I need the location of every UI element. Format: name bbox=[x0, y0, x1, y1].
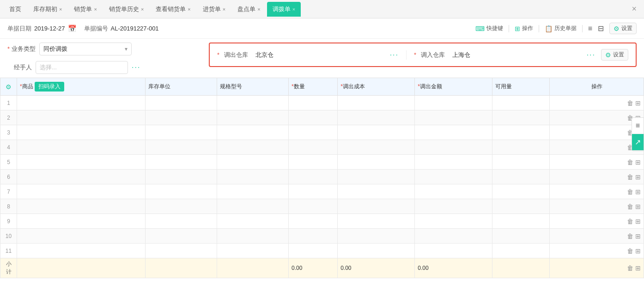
cost-cell[interactable] bbox=[338, 199, 415, 214]
operations-button[interactable]: ⊞ 操作 bbox=[515, 24, 533, 32]
available-cell[interactable] bbox=[492, 214, 550, 229]
available-cell[interactable] bbox=[492, 244, 550, 258]
product-cell[interactable] bbox=[17, 184, 146, 199]
cost-cell[interactable] bbox=[338, 140, 415, 155]
copy-row-icon[interactable]: ⊞ bbox=[635, 218, 641, 225]
unit-cell[interactable] bbox=[145, 199, 217, 214]
available-cell[interactable] bbox=[492, 110, 550, 125]
qty-cell[interactable] bbox=[289, 96, 338, 110]
tab-inventory-init[interactable]: 库存期初 × bbox=[28, 2, 67, 17]
amount-cell[interactable] bbox=[415, 214, 492, 229]
float-list-button[interactable]: ≡ bbox=[632, 118, 644, 134]
qty-cell[interactable] bbox=[289, 244, 338, 258]
cost-cell[interactable] bbox=[338, 155, 415, 170]
spec-cell[interactable] bbox=[217, 110, 288, 125]
tab-close-sales-order[interactable]: × bbox=[94, 6, 97, 12]
delete-row-icon[interactable]: 🗑 bbox=[627, 173, 633, 181]
tab-stocktake[interactable]: 盘点单 × bbox=[232, 2, 266, 17]
qty-cell[interactable] bbox=[289, 155, 338, 170]
available-cell[interactable] bbox=[492, 125, 550, 140]
delete-row-icon[interactable]: 🗑 bbox=[627, 218, 633, 225]
available-cell[interactable] bbox=[492, 184, 550, 199]
qty-cell[interactable] bbox=[289, 229, 338, 244]
spec-cell[interactable] bbox=[217, 96, 288, 110]
unit-cell[interactable] bbox=[145, 155, 217, 170]
cost-cell[interactable] bbox=[338, 110, 415, 125]
product-cell[interactable] bbox=[17, 199, 146, 214]
qty-cell[interactable] bbox=[289, 125, 338, 140]
available-cell[interactable] bbox=[492, 155, 550, 170]
spec-cell[interactable] bbox=[217, 170, 288, 184]
cost-cell[interactable] bbox=[338, 125, 415, 140]
copy-row-icon[interactable]: ⊞ bbox=[635, 188, 641, 195]
unit-cell[interactable] bbox=[145, 140, 217, 155]
cost-cell[interactable] bbox=[338, 170, 415, 184]
amount-cell[interactable] bbox=[415, 110, 492, 125]
tab-close-purchase-order[interactable]: × bbox=[223, 6, 225, 12]
unit-cell[interactable] bbox=[145, 110, 217, 125]
handler-more-icon[interactable]: ··· bbox=[132, 63, 140, 72]
history-button[interactable]: 📋 历史单据 bbox=[545, 24, 577, 32]
delete-row-icon[interactable]: 🗑 bbox=[627, 159, 633, 166]
gear-col-header[interactable]: ⚙ bbox=[0, 78, 17, 96]
available-cell[interactable] bbox=[492, 96, 550, 110]
tab-close-transfer[interactable]: × bbox=[292, 6, 295, 12]
product-cell[interactable] bbox=[17, 140, 146, 155]
warehouse-in-more-icon[interactable]: ··· bbox=[587, 51, 595, 59]
tab-sales-history[interactable]: 销货单历史 × bbox=[103, 2, 149, 17]
delete-row-icon[interactable]: 🗑 bbox=[627, 99, 633, 107]
copy-row-icon[interactable]: ⊞ bbox=[635, 159, 641, 166]
qty-cell[interactable] bbox=[289, 184, 338, 199]
amount-cell[interactable] bbox=[415, 96, 492, 110]
spec-cell[interactable] bbox=[217, 199, 288, 214]
cost-cell[interactable] bbox=[338, 96, 415, 110]
available-cell[interactable] bbox=[492, 199, 550, 214]
copy-row-icon[interactable]: ⊞ bbox=[635, 99, 641, 107]
window-close-button[interactable]: × bbox=[628, 4, 640, 14]
product-cell[interactable] bbox=[17, 244, 146, 258]
tab-close-sales-history[interactable]: × bbox=[141, 6, 144, 12]
cost-cell[interactable] bbox=[338, 214, 415, 229]
warehouse-settings-button[interactable]: ⚙ 设置 bbox=[601, 49, 628, 61]
unit-cell[interactable] bbox=[145, 170, 217, 184]
unit-cell[interactable] bbox=[145, 125, 217, 140]
unit-cell[interactable] bbox=[145, 96, 217, 110]
product-cell[interactable] bbox=[17, 110, 146, 125]
tab-home[interactable]: 首页 bbox=[4, 2, 27, 17]
column-settings-icon[interactable]: ⚙ bbox=[6, 83, 12, 91]
spec-cell[interactable] bbox=[217, 125, 288, 140]
amount-cell[interactable] bbox=[415, 170, 492, 184]
subtotal-copy-icon[interactable]: ⊞ bbox=[635, 264, 641, 272]
qty-cell[interactable] bbox=[289, 170, 338, 184]
unit-cell[interactable] bbox=[145, 229, 217, 244]
copy-row-icon[interactable]: ⊞ bbox=[635, 203, 641, 210]
tab-transfer[interactable]: 调拨单 × bbox=[267, 2, 301, 17]
top-settings-button[interactable]: ⚙ 设置 bbox=[609, 23, 637, 34]
copy-row-icon[interactable]: ⊞ bbox=[635, 247, 641, 255]
tab-close-inventory-init[interactable]: × bbox=[59, 6, 62, 12]
product-cell[interactable] bbox=[17, 229, 146, 244]
delete-row-icon[interactable]: 🗑 bbox=[627, 247, 633, 255]
spec-cell[interactable] bbox=[217, 140, 288, 155]
spec-cell[interactable] bbox=[217, 244, 288, 258]
delete-row-icon[interactable]: 🗑 bbox=[627, 232, 633, 240]
amount-cell[interactable] bbox=[415, 184, 492, 199]
subtotal-delete-icon[interactable]: 🗑 bbox=[627, 264, 633, 272]
spec-cell[interactable] bbox=[217, 155, 288, 170]
amount-cell[interactable] bbox=[415, 125, 492, 140]
copy-row-icon[interactable]: ⊞ bbox=[635, 173, 641, 181]
spec-cell[interactable] bbox=[217, 214, 288, 229]
tab-close-view-sales[interactable]: × bbox=[188, 6, 190, 12]
layout1-button[interactable]: ≡ bbox=[588, 24, 592, 33]
copy-row-icon[interactable]: ⊞ bbox=[635, 232, 641, 240]
unit-cell[interactable] bbox=[145, 214, 217, 229]
delete-row-icon[interactable]: 🗑 bbox=[627, 203, 633, 210]
unit-cell[interactable] bbox=[145, 184, 217, 199]
available-cell[interactable] bbox=[492, 229, 550, 244]
shortcuts-button[interactable]: ⌨ 快捷键 bbox=[475, 24, 503, 32]
qty-cell[interactable] bbox=[289, 110, 338, 125]
product-cell[interactable] bbox=[17, 214, 146, 229]
product-cell[interactable] bbox=[17, 96, 146, 110]
product-cell[interactable] bbox=[17, 170, 146, 184]
delete-row-icon[interactable]: 🗑 bbox=[627, 188, 633, 195]
